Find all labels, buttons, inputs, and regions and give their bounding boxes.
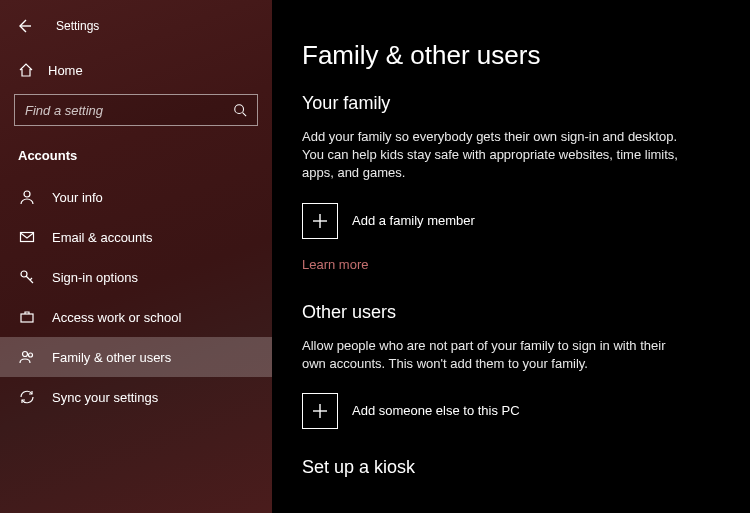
family-heading: Your family: [302, 93, 720, 114]
nav-label: Family & other users: [52, 350, 171, 365]
add-family-member-button[interactable]: Add a family member: [302, 203, 720, 239]
add-other-user-button[interactable]: Add someone else to this PC: [302, 393, 720, 429]
plus-box: [302, 393, 338, 429]
kiosk-section: Set up a kiosk: [302, 457, 720, 478]
plus-icon: [311, 212, 329, 230]
plus-box: [302, 203, 338, 239]
nav-label: Sign-in options: [52, 270, 138, 285]
nav-label: Your info: [52, 190, 103, 205]
other-users-section: Other users Allow people who are not par…: [302, 302, 720, 429]
add-other-label: Add someone else to this PC: [352, 403, 520, 418]
svg-rect-5: [21, 314, 33, 322]
search-container: [14, 94, 258, 126]
other-description: Allow people who are not part of your fa…: [302, 337, 682, 373]
nav-label: Sync your settings: [52, 390, 158, 405]
sidebar-item-family[interactable]: Family & other users: [0, 337, 272, 377]
svg-point-6: [23, 352, 28, 357]
sidebar-home[interactable]: Home: [0, 52, 272, 88]
svg-line-1: [243, 113, 247, 117]
kiosk-heading: Set up a kiosk: [302, 457, 720, 478]
search-input[interactable]: [25, 103, 225, 118]
plus-icon: [311, 402, 329, 420]
sidebar-item-signin[interactable]: Sign-in options: [0, 257, 272, 297]
back-button[interactable]: [14, 16, 34, 36]
svg-point-2: [24, 191, 30, 197]
key-icon: [18, 268, 36, 286]
sidebar: Settings Home Accounts Your info Email &…: [0, 0, 272, 513]
sidebar-item-work[interactable]: Access work or school: [0, 297, 272, 337]
other-heading: Other users: [302, 302, 720, 323]
add-family-label: Add a family member: [352, 213, 475, 228]
nav-label: Email & accounts: [52, 230, 152, 245]
sidebar-nav: Your info Email & accounts Sign-in optio…: [0, 177, 272, 417]
nav-label: Access work or school: [52, 310, 181, 325]
sidebar-item-sync[interactable]: Sync your settings: [0, 377, 272, 417]
home-icon: [18, 62, 34, 78]
svg-point-7: [29, 353, 33, 357]
person-icon: [18, 188, 36, 206]
search-icon: [233, 103, 247, 117]
sidebar-section-label: Accounts: [18, 148, 272, 163]
arrow-left-icon: [16, 18, 32, 34]
mail-icon: [18, 228, 36, 246]
content: Family & other users Your family Add you…: [272, 0, 750, 513]
sidebar-item-your-info[interactable]: Your info: [0, 177, 272, 217]
app-title: Settings: [56, 19, 99, 33]
family-description: Add your family so everybody gets their …: [302, 128, 682, 183]
people-icon: [18, 348, 36, 366]
page-title: Family & other users: [302, 40, 720, 71]
sync-icon: [18, 388, 36, 406]
topbar: Settings: [0, 8, 272, 44]
sidebar-item-email[interactable]: Email & accounts: [0, 217, 272, 257]
search-box[interactable]: [14, 94, 258, 126]
svg-point-0: [235, 105, 244, 114]
home-label: Home: [48, 63, 83, 78]
learn-more-link[interactable]: Learn more: [302, 257, 720, 272]
briefcase-icon: [18, 308, 36, 326]
